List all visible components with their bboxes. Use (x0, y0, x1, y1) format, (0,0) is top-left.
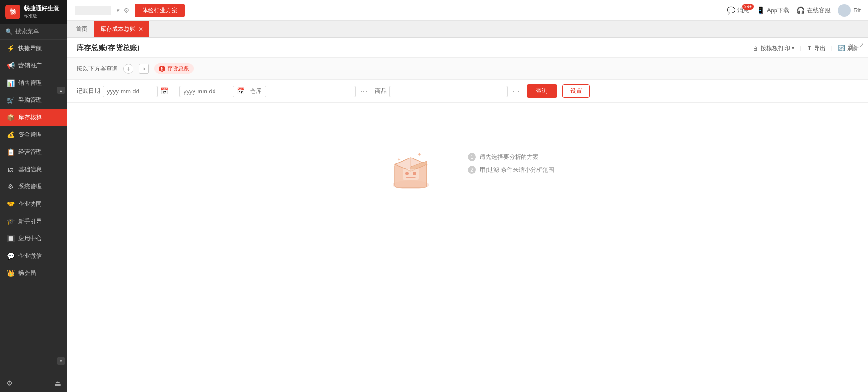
filter-collapse-button[interactable]: « (139, 64, 149, 74)
product-more-icon[interactable]: ··· (511, 87, 521, 96)
sidebar-item-operation[interactable]: 📋 经营管理 (0, 143, 67, 161)
scheme-icon: ❡ (159, 66, 165, 72)
sidebar-label-newguide: 新手引导 (18, 217, 42, 225)
sidebar-icon-marketing: 📢 (6, 61, 15, 70)
export-label: 导出 (814, 44, 826, 52)
filter-add-button[interactable]: + (123, 64, 133, 74)
sidebar-item-wechat[interactable]: 💬 企业微信 (0, 247, 67, 265)
svg-text:✦: ✦ (417, 151, 422, 158)
tab-inventory-cost[interactable]: 库存成本总账 ✕ (94, 21, 149, 37)
empty-tip-1: 1 请先选择要分析的方案 (468, 153, 554, 161)
topbar-gear-icon[interactable]: ⚙ (123, 6, 129, 15)
sidebar-label-vip: 畅会员 (18, 269, 36, 277)
sidebar-item-appcenter[interactable]: 🔲 应用中心 (0, 230, 67, 247)
sidebar-scroll-up[interactable]: ▲ (57, 87, 65, 94)
empty-box-svg: ✦ ✦ (386, 144, 436, 194)
panel-close-button[interactable]: ✕ (848, 41, 854, 50)
print-icon: 🖨 (753, 45, 759, 51)
print-template-button[interactable]: 🖨 按模板打印 ▾ (753, 44, 794, 52)
app-edition: 标准版 (24, 13, 59, 19)
empty-tips: 1 请先选择要分析的方案 2 用[过滤]条件来缩小分析范围 (468, 153, 554, 174)
warehouse-input[interactable] (265, 86, 356, 97)
tip-text-1: 请先选择要分析的方案 (480, 153, 539, 161)
filter-scheme-item[interactable]: ❡ 存货总账 (154, 63, 194, 74)
empty-state: ✦ ✦ 1 请先选择要分析的方案 2 用[过滤]条件来缩小分析范围 (67, 139, 868, 199)
tip-text-2: 用[过滤]条件来缩小分析范围 (480, 166, 554, 174)
sidebar: 畅 畅捷通好生意 标准版 🔍 搜索菜单 ⚡ 快捷导航 📢 营销推广 📊 销售管理… (0, 0, 67, 392)
tab-close-icon[interactable]: ✕ (138, 26, 143, 32)
sidebar-item-system[interactable]: ⚙ 系统管理 (0, 178, 67, 195)
date-from-input[interactable] (103, 86, 158, 97)
sidebar-label-basic: 基础信息 (18, 165, 42, 173)
user-avatar (838, 4, 851, 17)
message-icon: 💬 (727, 6, 735, 15)
app-name: 畅捷通好生意 (24, 5, 59, 13)
sidebar-search[interactable]: 🔍 搜索菜单 (0, 24, 67, 40)
sidebar-icon-sales: 📊 (6, 79, 15, 87)
panel-expand-button[interactable]: ⤢ (859, 41, 864, 49)
filter-scheme-label: 按以下方案查询 (77, 65, 118, 73)
topbar-right: 💬 消息 99+ 📱 App下载 🎧 在线客服 Rit (727, 4, 861, 17)
service-label: 在线客服 (807, 6, 831, 15)
filter-settings-button[interactable]: 设置 (562, 84, 590, 98)
sound-footer-icon[interactable]: ⏏ (54, 379, 61, 387)
sidebar-item-marketing[interactable]: 📢 营销推广 (0, 57, 67, 74)
sidebar-label-appcenter: 应用中心 (18, 234, 42, 243)
sidebar-label-quick-nav: 快捷导航 (18, 44, 42, 52)
date-to-input[interactable] (179, 86, 234, 97)
app-download-button[interactable]: 📱 App下载 (756, 6, 789, 15)
sidebar-label-enterprise: 企业协同 (18, 200, 42, 208)
empty-tip-2: 2 用[过滤]条件来缩小分析范围 (468, 166, 554, 174)
filter-row: 记账日期 📅 — 📅 仓库 ··· 商品 ··· 查询 设置 (67, 80, 868, 103)
sidebar-item-inventory[interactable]: 📦 库存核算 (0, 109, 67, 126)
app-download-label: App下载 (767, 6, 789, 15)
empty-illustration: ✦ ✦ (381, 139, 440, 199)
topbar-chevron-icon[interactable]: ▾ (117, 7, 120, 14)
sidebar-icon-enterprise: 🤝 (6, 200, 15, 208)
sidebar-scroll-down[interactable]: ▼ (57, 357, 65, 365)
sidebar-item-newguide[interactable]: 🎓 新手引导 (0, 213, 67, 230)
sidebar-icon-appcenter: 🔲 (6, 234, 15, 243)
calendar-to-icon[interactable]: 📅 (237, 87, 245, 95)
user-avatar-area[interactable]: Rit (838, 4, 861, 17)
user-name: Rit (853, 7, 861, 14)
sidebar-icon-operation: 📋 (6, 148, 15, 156)
trial-button[interactable]: 体验行业方案 (135, 4, 185, 17)
sidebar-label-purchase: 采购管理 (18, 96, 42, 104)
query-button[interactable]: 查询 (527, 84, 557, 98)
sidebar-label-marketing: 营销推广 (18, 61, 42, 70)
sidebar-icon-basic: 🗂 (6, 165, 15, 173)
sidebar-label-finance: 资金管理 (18, 131, 42, 139)
product-field: 商品 ··· (375, 86, 521, 97)
search-label: 搜索菜单 (15, 27, 39, 36)
product-label: 商品 (375, 87, 387, 95)
sidebar-item-finance[interactable]: 💰 资金管理 (0, 126, 67, 143)
sidebar-item-vip[interactable]: 👑 畅会员 (0, 265, 67, 282)
sidebar-logo: 畅 畅捷通好生意 标准版 (0, 0, 67, 24)
tab-home[interactable]: 首页 (69, 21, 94, 37)
sidebar-icon-vip: 👑 (6, 269, 15, 277)
sidebar-footer: ⚙ ⏏ (0, 374, 67, 392)
page-header-actions: 🖨 按模板打印 ▾ | ⬆ 导出 | 🔄 刷新 ✕ ⤢ (753, 44, 859, 52)
svg-text:✦: ✦ (397, 157, 401, 162)
online-service-button[interactable]: 🎧 在线客服 (797, 6, 831, 15)
sidebar-label-wechat: 企业微信 (18, 252, 42, 260)
message-button[interactable]: 💬 消息 99+ (727, 6, 749, 15)
print-label: 按模板打印 (761, 44, 790, 52)
warehouse-more-icon[interactable]: ··· (358, 87, 369, 96)
sidebar-item-quick-nav[interactable]: ⚡ 快捷导航 (0, 40, 67, 57)
page-header: 库存总账(存货总账) 🖨 按模板打印 ▾ | ⬆ 导出 | 🔄 刷新 ✕ (67, 38, 868, 58)
product-input[interactable] (389, 86, 508, 97)
tab-home-label: 首页 (76, 25, 87, 33)
export-button[interactable]: ⬆ 导出 (807, 44, 826, 52)
calendar-from-icon[interactable]: 📅 (160, 87, 168, 95)
sidebar-item-enterprise[interactable]: 🤝 企业协同 (0, 195, 67, 213)
refresh-icon: 🔄 (838, 45, 845, 51)
message-badge: 99+ (742, 4, 754, 10)
sidebar-item-purchase[interactable]: 🛒 采购管理 (0, 92, 67, 109)
app-download-icon: 📱 (756, 6, 765, 15)
sidebar-icon-wechat: 💬 (6, 252, 15, 260)
settings-footer-icon[interactable]: ⚙ (6, 379, 13, 387)
topbar: ▾ ⚙ 体验行业方案 💬 消息 99+ 📱 App下载 🎧 在线客服 Rit (67, 0, 868, 21)
sidebar-item-basic[interactable]: 🗂 基础信息 (0, 161, 67, 178)
